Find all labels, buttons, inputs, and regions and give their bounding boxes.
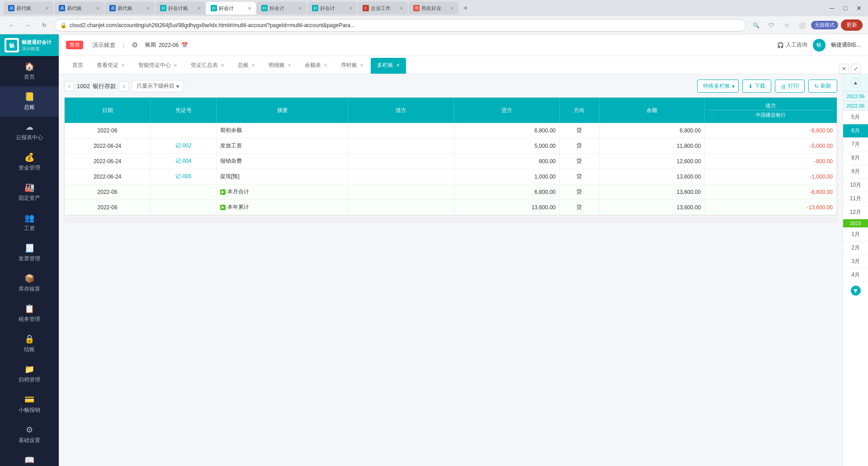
tab-multi-column[interactable]: 多栏账 ✕ (371, 58, 406, 74)
print-button[interactable]: 🖨 打印 (775, 80, 805, 93)
sidebar-item-tax[interactable]: 📋 税务管理 (0, 298, 59, 329)
expand-panel-icon[interactable]: ⤢ (851, 64, 861, 74)
sidebar-item-cloud-report[interactable]: ☁ 云报表中心 (0, 117, 59, 147)
browser-tab-8[interactable]: C 企业工作 ✕ (358, 2, 408, 14)
col-voucher: 凭证号 (151, 98, 217, 123)
refresh-nav-button[interactable]: ↻ (38, 19, 51, 32)
prev-account-button[interactable]: ‹ (64, 81, 74, 91)
tab-9-close[interactable]: ✕ (450, 6, 454, 11)
sidebar-item-guide[interactable]: 📖 新手引导 (0, 450, 59, 466)
date-item-jun[interactable]: 6月 (843, 124, 868, 138)
new-tab-button[interactable]: + (459, 2, 472, 14)
date-item-2023-jan[interactable]: 1月 (843, 228, 868, 241)
sidebar-item-ledger[interactable]: 📒 总账 (0, 86, 59, 117)
tab-voucher-summary[interactable]: 凭证汇总表 ✕ (184, 58, 231, 74)
sidebar-item-close-books[interactable]: 🔒 结账 (0, 329, 59, 359)
tab-balance-table-close[interactable]: ✕ (324, 63, 327, 68)
calendar-icon[interactable]: 📅 (181, 42, 188, 48)
sidebar-item-invoice[interactable]: 🧾 发票管理 (0, 238, 59, 268)
close-panel-icon[interactable]: ✕ (839, 64, 849, 74)
date-item-nov[interactable]: 11月 (843, 192, 868, 206)
browser-tab-7[interactable]: 好 好会计 ✕ (307, 2, 357, 14)
maximize-button[interactable]: □ (840, 3, 851, 14)
tab-sequence-ledger[interactable]: 序时账 ✕ (335, 58, 370, 74)
settings-gear-icon[interactable]: ⚙ (132, 41, 138, 49)
date-item-oct[interactable]: 10月 (843, 179, 868, 192)
tab-7-close[interactable]: ✕ (349, 6, 353, 11)
sidebar-item-expense[interactable]: 💳 小畅报销 (0, 389, 59, 419)
forward-button[interactable]: → (22, 19, 34, 32)
tab-detail-ledger[interactable]: 明细账 ✕ (262, 58, 297, 74)
tab-smart-voucher-close[interactable]: ✕ (174, 63, 177, 68)
date-item-2023-apr[interactable]: 4月 (843, 268, 868, 282)
sidebar-item-fixed-assets[interactable]: 🏭 固定资产 (0, 177, 59, 207)
date-panel-down-button[interactable]: ▼ (851, 286, 861, 296)
close-books-icon: 🔒 (24, 334, 34, 344)
browser-tab-6[interactable]: 好 好会计 ✕ (257, 2, 307, 14)
refresh-button[interactable]: ↻ 刷新 (808, 80, 837, 93)
date-item-sep[interactable]: 9月 (843, 165, 868, 179)
date-item-dec[interactable]: 12月 (843, 206, 868, 219)
update-button[interactable]: 更新 (841, 19, 863, 31)
sidebar-item-funds[interactable]: 💰 资金管理 (0, 147, 59, 177)
sidebar-label-cloud-report: 云报表中心 (16, 134, 43, 141)
browser-tab-2[interactable]: 易 易代账 ✕ (54, 2, 104, 14)
date-item-may[interactable]: 5月 (843, 111, 868, 124)
browser-tab-9[interactable]: 用 用友好业 ✕ (409, 2, 458, 14)
cell-voucher[interactable]: 记-004 (151, 154, 217, 169)
cell-voucher[interactable]: 记-002 (151, 138, 217, 154)
tab-voucher-summary-close[interactable]: ✕ (221, 63, 224, 68)
col-debit: 借方 (349, 98, 454, 123)
url-bar[interactable]: 🔒 cloud2.chanjet.com/accounting/uh26t264… (54, 19, 746, 32)
tab-3-close[interactable]: ✕ (146, 6, 150, 11)
extension-icon[interactable]: ⬜ (796, 19, 808, 32)
tab-1-close[interactable]: ✕ (45, 6, 49, 11)
browser-tab-4[interactable]: 好 好会计账 ✕ (156, 2, 205, 14)
back-button[interactable]: ← (5, 19, 18, 32)
special-multi-col-button[interactable]: 特殊多栏账 ▾ (697, 80, 739, 93)
close-button[interactable]: ✕ (854, 3, 864, 14)
tab-home-label: 首页 (72, 61, 83, 69)
download-button[interactable]: ⬇ 下载 (742, 80, 771, 93)
next-account-button[interactable]: › (119, 81, 129, 91)
sidebar-item-archive[interactable]: 📁 归档管理 (0, 359, 59, 389)
search-icon[interactable]: 🔍 (750, 19, 762, 32)
date-panel-up-button[interactable]: ▲ (851, 78, 861, 88)
support-button[interactable]: 🎧 人工咨询 (777, 41, 807, 49)
tab-sequence-ledger-close[interactable]: ✕ (360, 63, 363, 68)
date-item-2023-mar[interactable]: 3月 (843, 255, 868, 268)
tab-multi-column-close[interactable]: ✕ (396, 63, 400, 68)
sidebar-item-settings[interactable]: ⚙ 基础设置 (0, 419, 59, 450)
browser-tab-5[interactable]: 好 好会计 ✕ (206, 2, 256, 14)
tab-voucher-view-close[interactable]: ✕ (121, 63, 125, 68)
cell-date: 2022-06-24 (65, 154, 151, 169)
date-item-aug[interactable]: 8月 (843, 151, 868, 165)
tab-5-close[interactable]: ✕ (248, 6, 251, 11)
sidebar-item-home[interactable]: 🏠 首页 (0, 56, 59, 86)
app-logo: 畅 畅捷通好会计 演示账套 (0, 34, 59, 56)
sidebar-label-payroll: 工资 (24, 225, 35, 232)
tab-8-close[interactable]: ✕ (400, 6, 403, 11)
sidebar-item-inventory[interactable]: 📦 库存核算 (0, 268, 59, 298)
tab-6-close[interactable]: ✕ (298, 6, 302, 11)
browser-tab-3[interactable]: 易 易代账 ✕ (105, 2, 155, 14)
tab-2-close[interactable]: ✕ (96, 6, 99, 11)
date-item-jul[interactable]: 7月 (843, 138, 868, 151)
star-icon[interactable]: ☆ (780, 19, 793, 32)
browser-tab-1[interactable]: 易 易代账 ✕ (4, 2, 53, 14)
horizontal-scrollbar[interactable] (64, 217, 837, 223)
shield-icon[interactable]: 🛡 (765, 19, 778, 32)
sidebar-item-payroll[interactable]: 👥 工资 (0, 207, 59, 238)
tab-voucher-view[interactable]: 查看凭证 ✕ (90, 58, 131, 74)
tab-home[interactable]: 首页 (66, 58, 90, 74)
tab-4-close[interactable]: ✕ (197, 6, 201, 11)
minimize-button[interactable]: ─ (826, 3, 837, 14)
tab-general-ledger[interactable]: 总账 ✕ (231, 58, 261, 74)
tab-general-ledger-close[interactable]: ✕ (251, 63, 255, 68)
date-item-2023-feb[interactable]: 2月 (843, 241, 868, 255)
cell-voucher[interactable]: 记-006 (151, 169, 217, 184)
tab-balance-table[interactable]: 余额表 ✕ (298, 58, 334, 74)
tab-detail-ledger-close[interactable]: ✕ (288, 63, 291, 68)
tab-smart-voucher[interactable]: 智能凭证中心 ✕ (132, 58, 184, 74)
sub-filter-dropdown[interactable]: 只显示下级科目 ▾ (132, 80, 184, 92)
